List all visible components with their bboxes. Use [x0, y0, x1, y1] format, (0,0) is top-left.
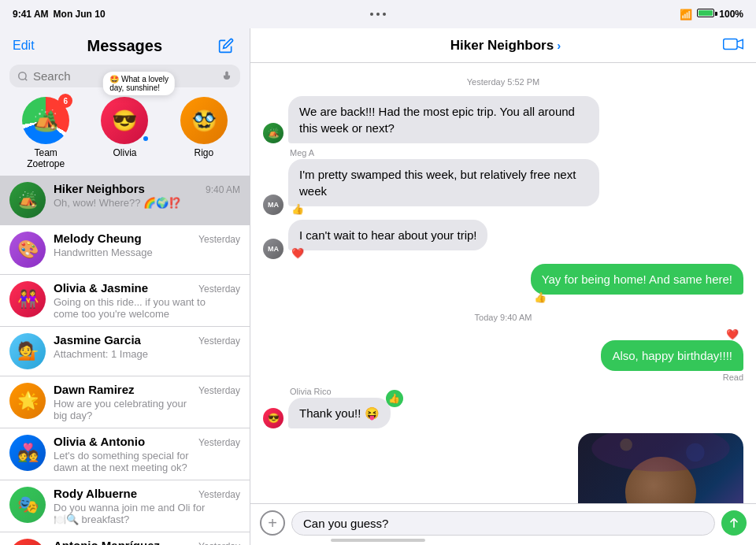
pinned-contact-team-zoetrope[interactable]: 🏕️ 6 Team Zoetrope: [14, 97, 77, 169]
status-dot-2: [376, 13, 380, 16]
conv-preview-olivia-antonio: Let's do something special for: [54, 450, 240, 462]
video-icon: [723, 36, 743, 52]
message-4: Yay for being home! And same here! 👍: [531, 264, 743, 303]
sidebar-header: Edit Messages: [0, 28, 250, 60]
pinned-unread-dot-olivia: [142, 135, 150, 143]
conversation-item-melody-cheung[interactable]: 🎨 Melody Cheung Yesterday Handwritten Me…: [0, 225, 250, 275]
conversation-item-jasmine-garcia[interactable]: 💁 Jasmine Garcia Yesterday Attachment: 1…: [0, 327, 250, 376]
pinned-badge-team-zoetrope: 6: [58, 94, 72, 108]
edit-button[interactable]: Edit: [13, 39, 35, 53]
conv-time-dawn: Yesterday: [198, 385, 240, 396]
thumbsup-reaction-6: 👍: [386, 390, 403, 407]
conversation-item-dawn-ramirez[interactable]: 🌟 Dawn Ramirez Yesterday How are you cel…: [0, 376, 250, 428]
send-icon: [728, 517, 740, 529]
bubble-2: I'm pretty swamped this week, but relati…: [288, 159, 599, 206]
bubble-6: Thank you!! 😝: [288, 398, 391, 428]
add-button[interactable]: +: [260, 510, 285, 536]
status-dot-1: [370, 13, 373, 16]
chat-title[interactable]: Hiker Neighbors ›: [450, 38, 561, 54]
conv-preview-rody: Do you wanna join me and Oli for: [54, 502, 240, 513]
conversation-item-hiker-neighbors[interactable]: 🏕️ Hiker Neighbors 9:40 AM Oh, wow! Wher…: [0, 176, 250, 225]
conv-name-dawn: Dawn Ramirez: [54, 383, 135, 396]
conversation-item-antonio-manriquez[interactable]: 👤 Antonio Manríquez Yesterday: [0, 532, 250, 545]
conv-time-melody: Yesterday: [198, 234, 240, 245]
conv-time-olivia-antonio: Yesterday: [198, 437, 240, 448]
conv-name-melody: Melody Cheung: [54, 232, 142, 245]
conv-avatar-melody: 🎨: [9, 232, 46, 268]
message-5: ❤️ Also, happy birthday!!!! Read: [601, 332, 743, 382]
battery-percent: 100%: [719, 9, 743, 20]
sender-label-2: Meg A: [290, 148, 599, 158]
svg-point-4: [620, 439, 632, 451]
message-2: Meg A MA I'm pretty swamped this week, b…: [263, 148, 599, 215]
reaction-4: 👍: [534, 291, 740, 303]
bubble-preview-olivia: 🤩 What a lovelyday, sunshine!: [103, 72, 175, 95]
conv-name-olivia-jasmine: Olivia & Jasmine: [54, 281, 148, 295]
conv-time-olivia-jasmine: Yesterday: [198, 284, 240, 295]
conv-time-hiker: 9:40 AM: [206, 184, 240, 195]
status-dot-3: [383, 13, 386, 16]
conv-preview-melody: Handwritten Message: [54, 247, 240, 258]
conv-avatar-antonio: 👤: [9, 539, 46, 545]
reaction-3: ❤️: [291, 247, 487, 259]
reaction-2: 👍: [291, 203, 599, 215]
input-area: +: [250, 503, 756, 545]
pinned-contact-rigo[interactable]: 🥸 Rigo: [172, 97, 235, 169]
home-indicator: [331, 539, 425, 542]
sidebar-title: Messages: [35, 37, 215, 55]
conversation-item-olivia-antonio[interactable]: 💑 Olivia & Antonio Yesterday Let's do so…: [0, 428, 250, 480]
bubble-1: We are back!!! Had the most epic trip. Y…: [288, 96, 599, 143]
svg-point-5: [686, 443, 704, 462]
conv-preview-olivia-jasmine: Going on this ride... if you want to: [54, 296, 240, 308]
conversation-item-rody-albuerne[interactable]: 🎭 Rody Albuerne Yesterday Do you wanna j…: [0, 480, 250, 532]
conv-avatar-jasmine: 💁: [9, 333, 46, 369]
pinned-name-rigo: Rigo: [194, 147, 213, 158]
facetime-button[interactable]: [723, 36, 743, 54]
send-button[interactable]: [721, 510, 747, 536]
compose-button[interactable]: [215, 35, 237, 57]
sender-label-6: Olivia Rico: [290, 387, 391, 396]
chat-panel: Hiker Neighbors › Yesterday 5:52 PM 🏕️ W…: [250, 28, 756, 545]
conv-avatar-olivia-jasmine: 👭: [9, 281, 46, 317]
conv-time-antonio: Yesterday: [198, 541, 240, 545]
conv-time-rody: Yesterday: [198, 489, 240, 500]
msg-avatar-hiker: 🏕️: [263, 123, 284, 143]
image-bubble-7: [578, 433, 743, 503]
message-input[interactable]: [303, 517, 703, 530]
app-container: Edit Messages: [0, 28, 756, 545]
pinned-contact-olivia[interactable]: 😎 🤩 What a lovelyday, sunshine! Olivia: [93, 97, 156, 169]
conv-name-olivia-antonio: Olivia & Antonio: [54, 435, 145, 448]
timestamp-row-2: Today 9:40 AM: [263, 308, 743, 327]
svg-line-1: [25, 78, 28, 80]
battery-label: [697, 9, 714, 20]
svg-point-3: [591, 433, 730, 472]
conv-preview2-dawn: big day?: [54, 410, 240, 421]
conv-name-jasmine: Jasmine Garcia: [54, 333, 141, 347]
conv-preview2-olivia-antonio: dawn at the next meeting ok?: [54, 462, 240, 473]
svg-rect-2: [724, 39, 737, 50]
pinned-name-team-zoetrope: Team Zoetrope: [14, 147, 77, 169]
image-bg-svg: [578, 433, 743, 495]
bubble-5: Also, happy birthday!!!!: [601, 340, 743, 371]
message-6: Olivia Rico 😎 Thank you!! 😝 👍: [263, 387, 391, 428]
message-7: [578, 433, 743, 503]
text-input-wrap: [291, 511, 715, 536]
reaction-5-above: ❤️: [604, 328, 739, 340]
conversation-item-olivia-jasmine[interactable]: 👭 Olivia & Jasmine Yesterday Going on th…: [0, 275, 250, 327]
sidebar: Edit Messages: [0, 28, 250, 545]
conv-preview2-olivia-jasmine: come too you're welcome: [54, 308, 240, 320]
pinned-name-olivia: Olivia: [113, 147, 136, 158]
conv-preview2-rody: 🍽️🔍 breakfast?: [54, 513, 240, 525]
pinned-avatar-rigo: 🥸: [180, 97, 228, 144]
conversation-list: 🏕️ Hiker Neighbors 9:40 AM Oh, wow! Wher…: [0, 176, 250, 545]
timestamp-row-1: Yesterday 5:52 PM: [263, 72, 743, 91]
chat-title-chevron-icon: ›: [557, 39, 561, 52]
conv-time-jasmine: Yesterday: [198, 336, 240, 347]
conv-name-hiker: Hiker Neighbors: [54, 182, 145, 195]
mic-icon: [221, 71, 232, 82]
conv-preview-hiker: Oh, wow! Where?? 🌈🌍⁉️: [54, 197, 240, 209]
message-3: MA I can't wait to hear about your trip!…: [263, 220, 487, 259]
conv-name-antonio: Antonio Manríquez: [54, 539, 160, 545]
pinned-avatar-olivia: 😎: [101, 97, 148, 144]
conv-name-rody: Rody Albuerne: [54, 487, 137, 500]
